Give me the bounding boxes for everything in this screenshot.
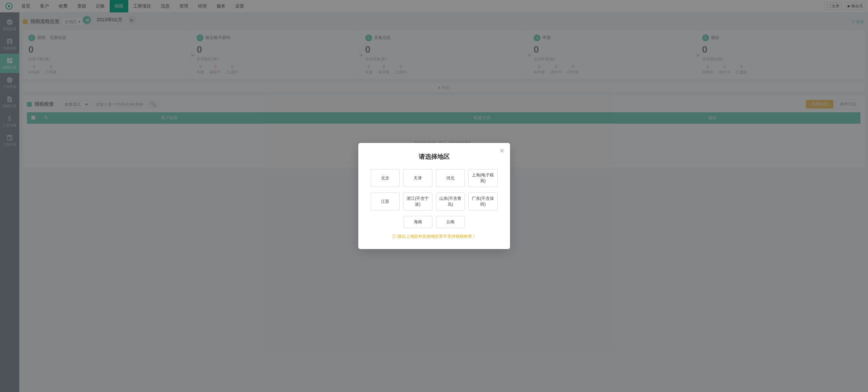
warning-icon: ⓘ: [392, 234, 396, 239]
region-btn-jiangsu[interactable]: 江苏: [371, 193, 400, 210]
region-btn-hainan[interactable]: 海南: [403, 216, 432, 228]
region-btn-yunnan[interactable]: 云南: [436, 216, 465, 228]
modal-close-button[interactable]: ✕: [499, 147, 505, 155]
region-btn-zhejiang[interactable]: 浙江(不含宁波): [403, 193, 432, 210]
region-row-2: 江苏 浙江(不含宁波) 山东(不含青岛) 广东(不含深圳): [371, 193, 498, 210]
modal-title: 请选择地区: [371, 153, 498, 161]
modal-overlay[interactable]: ✕ 请选择地区 北京 天津 河北 上海(电子税局) 江苏 浙江(不含宁波) 山东…: [0, 0, 868, 392]
region-btn-tianjin[interactable]: 天津: [403, 169, 432, 187]
region-btn-hebei[interactable]: 河北: [436, 169, 465, 187]
region-select-modal: ✕ 请选择地区 北京 天津 河北 上海(电子税局) 江苏 浙江(不含宁波) 山东…: [358, 143, 510, 249]
region-btn-shanghai[interactable]: 上海(电子税局): [468, 169, 498, 187]
modal-warning: ⓘ 除以上地区外其他地区暂不支持报税检查！: [371, 234, 498, 239]
warning-text: 除以上地区外其他地区暂不支持报税检查！: [398, 234, 476, 239]
region-row-1: 北京 天津 河北 上海(电子税局): [371, 169, 498, 187]
region-btn-guangdong[interactable]: 广东(不含深圳): [468, 193, 498, 210]
region-btn-beijing[interactable]: 北京: [371, 169, 400, 187]
region-btn-shandong[interactable]: 山东(不含青岛): [436, 193, 465, 210]
region-row-3: 海南 云南: [371, 216, 498, 228]
